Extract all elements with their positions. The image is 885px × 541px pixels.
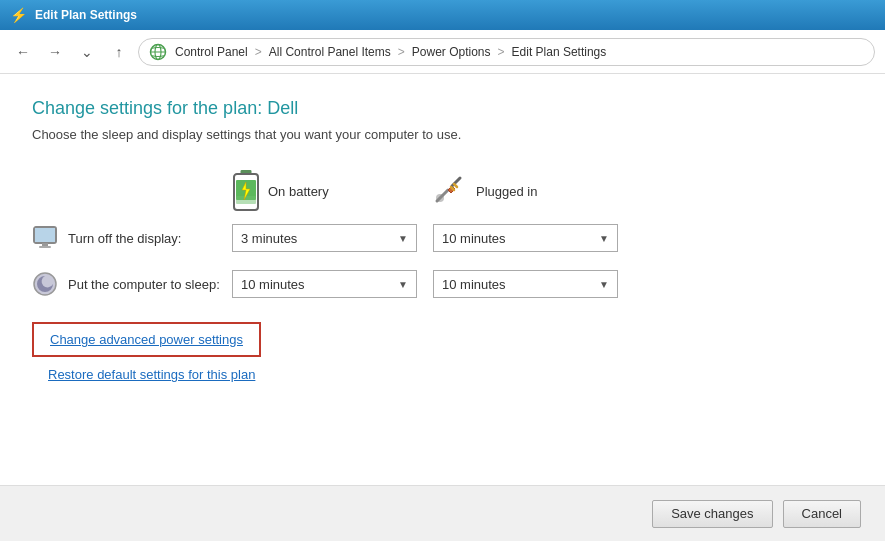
display-controls: 3 minutes ▼ 10 minutes ▼ — [232, 224, 618, 252]
sleep-plugged-value: 10 minutes — [442, 277, 506, 292]
breadcrumb-all-items[interactable]: All Control Panel Items — [269, 45, 391, 59]
globe-icon — [149, 43, 167, 61]
advanced-power-settings-link[interactable]: Change advanced power settings — [32, 322, 261, 357]
back-button[interactable]: ← — [10, 39, 36, 65]
title-bar: ⚡ Edit Plan Settings — [0, 0, 885, 30]
svg-point-7 — [436, 194, 444, 202]
sleep-plugged-dropdown[interactable]: 10 minutes ▼ — [433, 270, 618, 298]
on-battery-header: On battery — [232, 170, 432, 212]
svg-rect-11 — [39, 246, 51, 248]
sleep-icon — [32, 271, 58, 297]
sleep-battery-arrow: ▼ — [398, 279, 408, 290]
sleep-battery-dropdown[interactable]: 10 minutes ▼ — [232, 270, 417, 298]
display-label: Turn off the display: — [32, 225, 232, 251]
breadcrumb-control-panel[interactable]: Control Panel — [175, 45, 248, 59]
forward-button[interactable]: → — [42, 39, 68, 65]
cancel-button[interactable]: Cancel — [783, 500, 861, 528]
svg-rect-6 — [236, 196, 256, 204]
plugged-in-label: Plugged in — [476, 184, 537, 199]
address-bar[interactable]: Control Panel > All Control Panel Items … — [138, 38, 875, 66]
turn-off-display-row: Turn off the display: 3 minutes ▼ 10 min… — [32, 224, 853, 252]
links-section: Change advanced power settings Restore d… — [32, 322, 853, 382]
display-label-text: Turn off the display: — [68, 231, 181, 246]
plugged-in-icon — [432, 173, 468, 209]
display-plugged-arrow: ▼ — [599, 233, 609, 244]
display-plugged-dropdown[interactable]: 10 minutes ▼ — [433, 224, 618, 252]
down-button[interactable]: ⌄ — [74, 39, 100, 65]
sleep-battery-value: 10 minutes — [241, 277, 305, 292]
sleep-label: Put the computer to sleep: — [32, 271, 232, 297]
svg-rect-9 — [35, 228, 55, 242]
sleep-plugged-arrow: ▼ — [599, 279, 609, 290]
up-button[interactable]: ↑ — [106, 39, 132, 65]
sleep-label-text: Put the computer to sleep: — [68, 277, 220, 292]
restore-defaults-link[interactable]: Restore default settings for this plan — [48, 367, 853, 382]
sleep-controls: 10 minutes ▼ 10 minutes ▼ — [232, 270, 618, 298]
breadcrumb-edit-plan: Edit Plan Settings — [512, 45, 607, 59]
bottom-bar: Save changes Cancel — [0, 485, 885, 541]
plugged-in-header: Plugged in — [432, 173, 632, 209]
main-content: Change settings for the plan: Dell Choos… — [0, 74, 885, 485]
display-battery-arrow: ▼ — [398, 233, 408, 244]
display-plugged-value: 10 minutes — [442, 231, 506, 246]
sleep-row: Put the computer to sleep: 10 minutes ▼ … — [32, 270, 853, 298]
nav-bar: ← → ⌄ ↑ Control Panel > All Control Pane… — [0, 30, 885, 74]
display-battery-dropdown[interactable]: 3 minutes ▼ — [232, 224, 417, 252]
svg-rect-10 — [42, 243, 48, 246]
column-headers: On battery Plugged in — [232, 170, 853, 212]
page-title: Change settings for the plan: Dell — [32, 98, 853, 119]
save-changes-button[interactable]: Save changes — [652, 500, 772, 528]
page-description: Choose the sleep and display settings th… — [32, 127, 853, 142]
title-bar-icon: ⚡ — [10, 7, 27, 23]
on-battery-label: On battery — [268, 184, 329, 199]
monitor-icon — [32, 225, 58, 251]
battery-icon — [232, 170, 260, 212]
breadcrumb-power-options[interactable]: Power Options — [412, 45, 491, 59]
display-battery-value: 3 minutes — [241, 231, 297, 246]
title-bar-title: Edit Plan Settings — [35, 8, 137, 22]
